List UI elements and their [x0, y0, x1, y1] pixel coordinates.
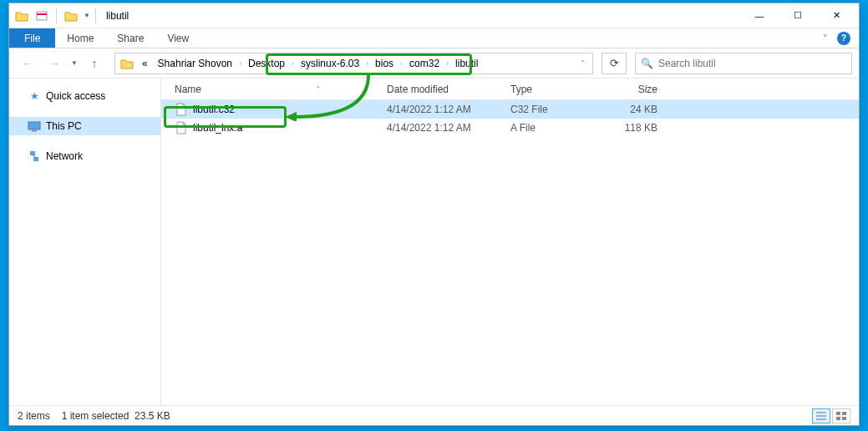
chevron-right-icon[interactable]: ›	[444, 59, 450, 68]
window-title: libutil	[106, 10, 129, 22]
chevron-right-icon[interactable]: ›	[398, 59, 404, 68]
col-name[interactable]: Name ˄	[161, 84, 378, 95]
details-view-button[interactable]	[812, 408, 830, 423]
crumb-5[interactable]: libutil	[450, 53, 483, 74]
file-type: A File	[502, 122, 599, 134]
body: ★ Quick access This PC Network N	[9, 79, 859, 405]
sidebar-item-label: This PC	[46, 120, 82, 132]
window-controls: — ☐ ✕	[740, 3, 855, 28]
status-selection: 1 item selected 23.5 KB	[62, 410, 170, 422]
svg-rect-4	[30, 151, 35, 155]
history-dropdown-icon[interactable]: ▼	[71, 59, 78, 67]
refresh-icon: ⟳	[610, 57, 619, 69]
back-button[interactable]: ←	[16, 52, 39, 75]
large-icons-view-button[interactable]	[832, 408, 850, 423]
explorer-window: ▼ libutil — ☐ ✕ File Home Share View ˅ ?…	[8, 3, 860, 426]
crumb-4[interactable]: com32	[404, 53, 444, 74]
crumb-prefix[interactable]: «	[137, 53, 153, 74]
qat-divider	[56, 8, 57, 23]
crumb-1[interactable]: Desktop	[243, 53, 290, 74]
sidebar-item-label: Quick access	[46, 90, 105, 102]
file-size: 118 KB	[599, 122, 666, 134]
svg-rect-0	[37, 12, 47, 20]
col-size[interactable]: Size	[599, 84, 666, 95]
up-button[interactable]: ↑	[83, 52, 106, 75]
ribbon: File Home Share View ˅ ?	[9, 28, 859, 48]
crumb-2[interactable]: syslinux-6.03	[296, 53, 364, 74]
file-pane: Name ˄ Date modified Type Size libutil.c…	[161, 79, 859, 405]
file-list: libutil.c32 4/14/2022 1:12 AM C32 File 2…	[161, 100, 859, 405]
file-size: 24 KB	[599, 104, 666, 115]
file-row[interactable]: libutil.c32 4/14/2022 1:12 AM C32 File 2…	[161, 100, 859, 119]
svg-line-6	[33, 155, 36, 157]
file-name: libutil_lnx.a	[193, 122, 242, 134]
svg-rect-12	[836, 417, 840, 420]
sidebar-item-label: Network	[46, 150, 83, 162]
maximize-button[interactable]: ☐	[779, 3, 817, 28]
qat-divider2	[95, 8, 96, 23]
crumb-0[interactable]: Shahriar Shovon	[153, 53, 237, 74]
help-icon[interactable]: ?	[837, 32, 850, 45]
sidebar: ★ Quick access This PC Network	[9, 79, 161, 405]
collapse-icon[interactable]: ˅	[823, 33, 827, 43]
network-icon	[28, 150, 41, 163]
ribbon-collapse: ˅ ?	[815, 28, 859, 48]
properties-icon[interactable]	[33, 7, 51, 25]
col-date[interactable]: Date modified	[378, 84, 502, 95]
nav-row: ← → ▼ ↑ « Shahriar Shovon › Desktop › sy…	[9, 48, 859, 79]
col-type[interactable]: Type	[502, 84, 599, 95]
chevron-right-icon[interactable]: ›	[364, 59, 370, 68]
column-headers: Name ˄ Date modified Type Size	[161, 79, 859, 100]
search-icon: 🔍	[641, 58, 653, 69]
search-input[interactable]	[658, 58, 846, 69]
view-switcher	[812, 408, 850, 423]
address-bar[interactable]: « Shahriar Shovon › Desktop › syslinux-6…	[114, 53, 593, 74]
address-folder-icon	[119, 55, 135, 72]
file-type: C32 File	[502, 104, 599, 115]
file-row[interactable]: libutil_lnx.a 4/14/2022 1:12 AM A File 1…	[161, 119, 859, 137]
status-count: 2 items	[18, 410, 50, 422]
forward-button[interactable]: →	[43, 52, 66, 75]
tab-home[interactable]: Home	[55, 28, 105, 48]
address-dropdown-icon[interactable]: ˅	[574, 59, 591, 68]
file-icon	[175, 121, 188, 134]
pc-icon	[28, 119, 41, 133]
sidebar-item-quick-access[interactable]: ★ Quick access	[9, 87, 160, 105]
tab-share[interactable]: Share	[105, 28, 155, 48]
search-box[interactable]: 🔍	[635, 53, 852, 74]
file-date: 4/14/2022 1:12 AM	[378, 122, 502, 134]
close-button[interactable]: ✕	[817, 3, 855, 28]
chevron-right-icon[interactable]: ›	[237, 59, 243, 68]
svg-rect-2	[28, 122, 40, 129]
tab-view[interactable]: View	[155, 28, 201, 48]
file-icon	[175, 103, 188, 116]
svg-rect-5	[33, 157, 38, 161]
refresh-button[interactable]: ⟳	[602, 53, 627, 74]
file-date: 4/14/2022 1:12 AM	[378, 104, 502, 115]
chevron-right-icon[interactable]: ›	[290, 59, 296, 68]
titlebar: ▼ libutil — ☐ ✕	[9, 3, 859, 28]
file-name: libutil.c32	[193, 104, 235, 115]
file-tab[interactable]: File	[9, 28, 55, 48]
sidebar-item-network[interactable]: Network	[9, 147, 160, 165]
qat-dropdown-icon[interactable]: ▼	[84, 12, 90, 19]
svg-rect-10	[836, 412, 840, 415]
sort-indicator-icon: ˄	[317, 85, 320, 93]
statusbar: 2 items 1 item selected 23.5 KB	[9, 405, 859, 425]
crumb-3[interactable]: bios	[370, 53, 398, 74]
minimize-button[interactable]: —	[740, 3, 779, 28]
svg-rect-11	[842, 412, 846, 415]
app-icon	[13, 7, 31, 25]
quick-access-toolbar: ▼	[13, 7, 99, 25]
star-icon: ★	[28, 89, 41, 103]
svg-rect-3	[32, 130, 37, 132]
sidebar-item-this-pc[interactable]: This PC	[9, 117, 160, 135]
svg-rect-13	[842, 417, 846, 420]
folder-small-icon[interactable]	[62, 7, 80, 25]
